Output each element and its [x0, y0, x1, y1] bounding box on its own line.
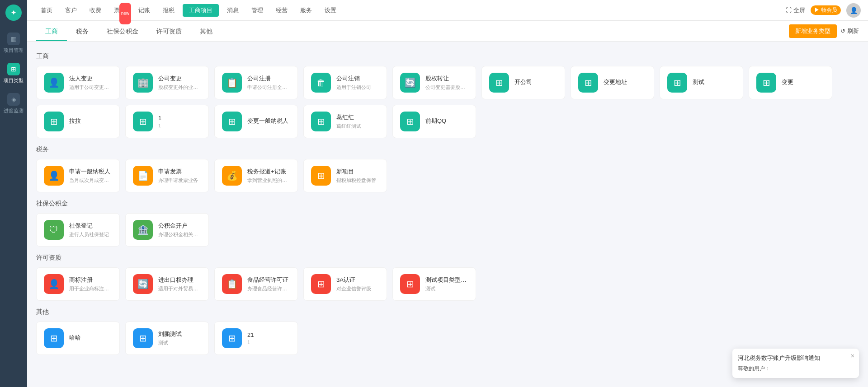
notification-popup: × 河北税务数字账户升级影响通知 尊敬的用户：	[732, 349, 859, 378]
nav-account[interactable]: 记账	[132, 0, 156, 21]
card-21-desc: 1	[247, 340, 290, 345]
card-change-address-icon: ⊞	[578, 73, 598, 93]
card-change-taxpayer[interactable]: ⊞ 变更一般纳税人	[214, 105, 298, 138]
card-legal-change-icon: 👤	[44, 73, 64, 93]
nav-bizproject[interactable]: 工商项目	[183, 4, 219, 17]
card-company-register-icon: 📋	[222, 73, 242, 93]
card-trademark-desc: 用于企业商标注册服务	[69, 285, 112, 292]
notification-close-button[interactable]: ×	[851, 352, 854, 359]
card-new-project-desc: 报税加税控盘保管	[336, 177, 379, 184]
card-21[interactable]: ⊞ 21 1	[214, 322, 298, 355]
card-3a[interactable]: ⊞ 3A认证 对企业信誉评级	[303, 267, 387, 301]
sidebar-item-project-manage[interactable]: ▦ 项目管理	[0, 28, 27, 58]
nav-home[interactable]: 首页	[34, 0, 59, 21]
card-change-name: 变更	[782, 78, 825, 86]
tab-xuke[interactable]: 许可资质	[147, 21, 191, 41]
card-company-register[interactable]: 📋 公司注册 申请公司注册全流程	[214, 66, 298, 99]
card-open-company[interactable]: ⊞ 开公司	[481, 66, 565, 99]
nav-tax[interactable]: 报税	[156, 0, 181, 21]
topnav-right: ⛶ 全屏 ▶ 畅会员 👤	[786, 3, 861, 18]
card-company-change-name: 公司变更	[158, 75, 201, 83]
card-apply-invoice[interactable]: 📄 申请发票 办理申请发票业务	[125, 159, 209, 192]
sidebar-logo: ✦	[5, 5, 22, 21]
cards-grid-shebao: 🛡 社保登记 进行人员社保登记 🏦 公积金开户 办理公积金相关业务	[36, 213, 859, 247]
user-avatar[interactable]: 👤	[846, 3, 861, 18]
card-haha[interactable]: ⊞ 哈哈	[36, 322, 120, 355]
card-food-permit-desc: 办理食品经营许可证	[247, 285, 290, 292]
card-liupeng-test[interactable]: ⊞ 刘鹏测试 测试	[125, 322, 209, 355]
card-mohonghong[interactable]: ⊞ 葛红红 葛红红测试	[303, 105, 387, 138]
section-title-other: 其他	[36, 308, 859, 316]
tab-gongshang[interactable]: 工商	[36, 21, 67, 41]
card-change[interactable]: ⊞ 变更	[749, 66, 832, 99]
nav-service[interactable]: 服务	[294, 0, 318, 21]
card-new-project[interactable]: ⊞ 新项目 报税加税控盘保管	[303, 159, 387, 192]
card-test[interactable]: ⊞ 测试	[660, 66, 743, 99]
card-company-cancel-icon: 🗑	[311, 73, 331, 93]
section-shebao: 社保公积金 🛡 社保登记 进行人员社保登记 🏦 公积金	[36, 200, 859, 247]
card-prev-qq-icon: ⊞	[400, 112, 420, 131]
card-social-register-desc: 进行人员社保登记	[69, 231, 112, 238]
nav-manage[interactable]: 管理	[245, 0, 269, 21]
card-3a-icon: ⊞	[311, 274, 331, 294]
card-3a-name: 3A认证	[336, 276, 379, 284]
new-type-button[interactable]: 新增业务类型	[789, 24, 837, 38]
project-type-icon: ⊞	[7, 63, 20, 75]
tab-other[interactable]: 其他	[191, 21, 222, 41]
card-lala-icon: ⊞	[44, 112, 64, 131]
card-apply-taxpayer-icon: 👤	[44, 166, 64, 186]
card-lala-name: 拉拉	[69, 117, 112, 125]
card-import-export[interactable]: 🔄 进出口权办理 适用于对外贸易经营者	[125, 267, 209, 301]
vip-btn[interactable]: ▶ 畅会员	[811, 5, 841, 15]
card-prev-qq[interactable]: ⊞ 前期QQ	[392, 105, 476, 138]
card-liupeng-test-name: 刘鹏测试	[158, 330, 201, 338]
fullscreen-btn[interactable]: ⛶ 全屏	[786, 6, 805, 14]
card-legal-change-name: 法人变更	[69, 75, 112, 83]
nav-client[interactable]: 客户	[59, 0, 83, 21]
card-change-address[interactable]: ⊞ 变更地址	[571, 66, 654, 99]
nav-ticket[interactable]: 票据 new	[108, 0, 132, 21]
card-trademark-icon: 👤	[44, 274, 64, 294]
page-content: 工商 👤 法人变更 适用于公司变更法人 🏢 公司变更	[27, 42, 868, 387]
card-legal-change-desc: 适用于公司变更法人	[69, 84, 112, 91]
card-1[interactable]: ⊞ 1 1	[125, 105, 209, 138]
card-food-permit[interactable]: 📋 食品经营许可证 办理食品经营许可证	[214, 267, 298, 301]
nav-billing[interactable]: 收费	[83, 0, 108, 21]
main-area: 首页 客户 收费 票据 new 记账 报税 工商项目 消息 管理 经营 服务 设…	[27, 0, 868, 387]
card-company-change[interactable]: 🏢 公司变更 股权变更外的业务变更	[125, 66, 209, 99]
nav-message[interactable]: 消息	[221, 0, 245, 21]
card-test-icon: ⊞	[667, 73, 687, 93]
card-equity-transfer-desc: 公司变更需要股权转让	[425, 84, 468, 91]
card-fund-open[interactable]: 🏦 公积金开户 办理公积金相关业务	[125, 213, 209, 247]
content-area: 工商 税务 社保公积金 许可资质 其他 新增业务类型 ↺ 刷新 工商	[27, 21, 868, 387]
card-apply-taxpayer-desc: 当月或次月成变更完成	[69, 177, 112, 184]
progress-monitor-icon: ◈	[7, 93, 20, 106]
card-company-cancel[interactable]: 🗑 公司注销 适用于注销公司	[303, 66, 387, 99]
card-equity-transfer[interactable]: 🔄 股权转让 公司变更需要股权转让	[392, 66, 476, 99]
card-company-register-desc: 申请公司注册全流程	[247, 84, 290, 91]
card-tax-report[interactable]: 💰 税务报道+记账 拿到营业执照的新公司	[214, 159, 298, 192]
card-social-register[interactable]: 🛡 社保登记 进行人员社保登记	[36, 213, 120, 247]
sidebar-item-project-type[interactable]: ⊞ 项目类型	[0, 58, 27, 89]
card-apply-invoice-desc: 办理申请发票业务	[158, 177, 201, 184]
card-social-register-icon: 🛡	[44, 220, 64, 240]
card-haha-icon: ⊞	[44, 328, 64, 348]
card-prev-qq-name: 前期QQ	[425, 117, 468, 125]
card-apply-taxpayer[interactable]: 👤 申请一般纳税人 当月或次月成变更完成	[36, 159, 120, 192]
card-legal-change[interactable]: 👤 法人变更 适用于公司变更法人	[36, 66, 120, 99]
card-1-icon: ⊞	[133, 112, 153, 131]
card-trademark[interactable]: 👤 商标注册 用于企业商标注册服务	[36, 267, 120, 301]
sidebar-item-progress-monitor[interactable]: ◈ 进度监测	[0, 89, 27, 119]
nav-operation[interactable]: 经营	[269, 0, 294, 21]
card-import-export-desc: 适用于对外贸易经营者	[158, 285, 201, 292]
tab-shuiwu[interactable]: 税务	[67, 21, 98, 41]
card-fund-open-icon: 🏦	[133, 220, 153, 240]
card-open-company-name: 开公司	[514, 78, 557, 86]
card-test-type[interactable]: ⊞ 测试项目类型目定义 测试	[392, 267, 476, 301]
card-lala[interactable]: ⊞ 拉拉	[36, 105, 120, 138]
card-company-cancel-desc: 适用于注销公司	[336, 84, 379, 91]
nav-settings[interactable]: 设置	[318, 0, 343, 21]
topnav: 首页 客户 收费 票据 new 记账 报税 工商项目 消息 管理 经营 服务 设…	[27, 0, 868, 21]
refresh-button[interactable]: ↺ 刷新	[840, 27, 859, 35]
card-open-company-icon: ⊞	[489, 73, 509, 93]
